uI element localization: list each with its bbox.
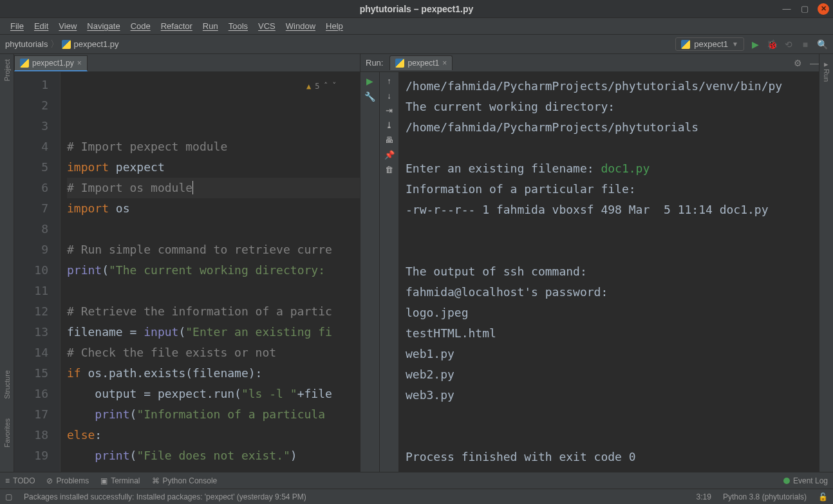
menu-view[interactable]: View — [53, 20, 82, 32]
notification-icon — [783, 478, 790, 484]
code-line[interactable]: print("The current working directory: — [67, 260, 360, 281]
line-number: 3 — [17, 116, 48, 136]
editor-tab[interactable]: pexpect1.py × — [14, 55, 88, 71]
menu-refactor[interactable]: Refactor — [156, 20, 198, 32]
python-file-icon — [62, 40, 71, 49]
code-line[interactable]: print("File does not exist.") — [67, 445, 360, 466]
console-line: -rw-r--r-- 1 fahmida vboxsf 498 Mar 5 11… — [406, 200, 812, 220]
menu-window[interactable]: Window — [281, 20, 321, 32]
debug-icon[interactable]: 🐞 — [766, 39, 778, 50]
caret-position[interactable]: 3:19 — [697, 492, 711, 501]
left-rail-project[interactable]: Project — [3, 59, 11, 81]
console-line — [406, 406, 812, 426]
right-rail-run[interactable]: Run — [823, 69, 830, 82]
code-line[interactable]: else: — [67, 425, 360, 445]
print-icon[interactable]: 🖶 — [385, 135, 393, 145]
chevron-down-icon[interactable]: ˇ — [332, 76, 337, 97]
gear-icon[interactable]: ⚙ — [792, 58, 803, 68]
stop-icon[interactable]: ■ — [800, 39, 811, 50]
code-line[interactable]: import pexpect — [67, 157, 360, 178]
code-line[interactable]: filename = input("Enter an existing fi — [67, 322, 360, 342]
left-rail-structure[interactable]: Structure — [3, 370, 11, 399]
chevron-up-icon[interactable]: ˆ — [324, 76, 328, 97]
rerun-icon[interactable]: ▶ — [366, 76, 373, 86]
run-icon[interactable]: ▶ — [749, 39, 761, 50]
bottom-event-log[interactable]: Event Log — [783, 476, 828, 485]
console-line — [406, 241, 812, 261]
editor-panel: pexpect1.py × 12345678910111213141516171… — [14, 54, 360, 472]
close-run-tab-icon[interactable]: × — [442, 59, 447, 68]
warning-icon: ⊘ — [46, 476, 53, 485]
scroll-icon[interactable]: ⤓ — [386, 120, 393, 130]
close-tab-icon[interactable]: × — [77, 59, 82, 68]
console-line: Enter an existing filename: doc1.py — [406, 158, 812, 179]
code-area[interactable]: ▲ 5 ˆ ˇ # Import pexpect moduleimport pe… — [61, 72, 360, 472]
line-number: 4 — [17, 136, 48, 157]
editor-body[interactable]: 12345678910111213141516171819 ▲ 5 ˆ ˇ # … — [14, 72, 360, 472]
inspection-widget[interactable]: ▲ 5 ˆ ˇ — [306, 76, 337, 97]
navbar: phytutorials 〉 pexpect1.py pexpect1 ▼ ▶ … — [0, 35, 833, 54]
run-toolbar-secondary: ↑ ↓ ⇥ ⤓ 🖶 📌 🗑 — [380, 72, 399, 472]
bottom-python-console[interactable]: ⌘Python Console — [152, 476, 218, 485]
menu-help[interactable]: Help — [321, 20, 348, 32]
code-line[interactable]: # Import os module — [67, 178, 360, 198]
line-number: 14 — [17, 342, 48, 363]
code-line[interactable]: # Check the file exists or not — [67, 342, 360, 363]
python-icon — [681, 40, 690, 49]
expand-icon[interactable]: ▸ — [824, 59, 828, 69]
wrench-icon[interactable]: 🔧 — [364, 91, 375, 102]
code-line[interactable] — [67, 219, 360, 239]
code-line[interactable]: # Retrieve the information of a partic — [67, 301, 360, 322]
wrap-icon[interactable]: ⇥ — [386, 106, 393, 115]
console-line: The current working directory: — [406, 97, 812, 117]
coverage-icon[interactable]: ⟲ — [783, 39, 794, 50]
window-title: phytutorials – pexpect1.py — [360, 4, 474, 14]
menu-run[interactable]: Run — [198, 20, 223, 32]
menu-tools[interactable]: Tools — [223, 20, 253, 32]
menu-code[interactable]: Code — [126, 20, 156, 32]
code-line[interactable]: output = pexpect.run("ls -l "+file — [67, 384, 360, 404]
menu-vcs[interactable]: VCS — [253, 20, 281, 32]
warning-icon: ▲ — [306, 76, 311, 97]
down-icon[interactable]: ↓ — [387, 91, 391, 100]
code-line[interactable] — [67, 466, 360, 472]
lock-icon[interactable]: 🔓 — [818, 492, 828, 501]
close-icon[interactable]: ✕ — [818, 3, 829, 15]
code-line[interactable] — [67, 281, 360, 301]
up-icon[interactable]: ↑ — [387, 76, 391, 86]
maximize-icon[interactable]: ▢ — [800, 4, 810, 14]
line-number: 2 — [17, 95, 48, 116]
code-line[interactable]: # Run simple command to retrieve curre — [67, 239, 360, 260]
code-line[interactable]: if os.path.exists(filename): — [67, 363, 360, 384]
interpreter[interactable]: Python 3.8 (phytutorials) — [723, 492, 807, 501]
menu-navigate[interactable]: Navigate — [82, 20, 125, 32]
run-tab[interactable]: pexpect1 × — [389, 55, 453, 70]
trash-icon[interactable]: 🗑 — [385, 165, 393, 174]
status-launcher-icon[interactable]: ▢ — [5, 492, 12, 501]
menu-edit[interactable]: Edit — [29, 20, 53, 32]
menu-file[interactable]: File — [5, 20, 29, 32]
pin-icon[interactable]: 📌 — [384, 150, 395, 160]
breadcrumb: phytutorials 〉 pexpect1.py — [5, 39, 119, 50]
editor-tab-label: pexpect1.py — [32, 59, 74, 68]
console-line: Information of a particular file: — [406, 179, 812, 200]
search-icon[interactable]: 🔍 — [816, 39, 828, 50]
console-line: The output of ssh command: — [406, 261, 812, 282]
code-line[interactable]: # Import pexpect module — [67, 136, 360, 157]
minimize-icon[interactable]: — — [782, 4, 792, 14]
line-number: 6 — [17, 178, 48, 198]
minimize-panel-icon[interactable]: — — [810, 58, 819, 68]
python-icon: ⌘ — [152, 476, 160, 485]
breadcrumb-file[interactable]: pexpect1.py — [73, 39, 118, 49]
code-line[interactable]: print("Information of a particula — [67, 404, 360, 425]
left-rail-favorites[interactable]: Favorites — [3, 418, 11, 447]
line-number: 5 — [17, 157, 48, 178]
console-line: logo.jpeg — [406, 303, 812, 323]
breadcrumb-project[interactable]: phytutorials — [5, 39, 48, 49]
console-output[interactable]: /home/fahmida/PycharmProjects/phytutoria… — [399, 72, 819, 472]
bottom-todo[interactable]: ≡TODO — [5, 476, 35, 485]
bottom-problems[interactable]: ⊘Problems — [46, 476, 89, 485]
run-config-selector[interactable]: pexpect1 ▼ — [675, 37, 744, 51]
bottom-terminal[interactable]: ▣Terminal — [100, 476, 140, 485]
code-line[interactable]: import os — [67, 198, 360, 219]
